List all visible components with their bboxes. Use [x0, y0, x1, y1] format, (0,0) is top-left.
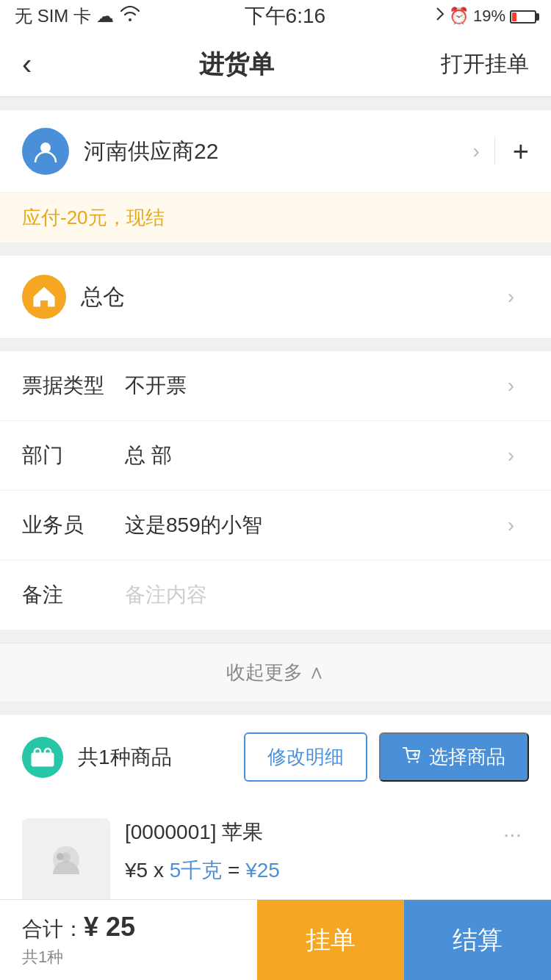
alarm-icon: ⏰ — [449, 7, 469, 26]
bottom-bar: 合计：¥ 25 共1种 挂单 结算 — [0, 899, 551, 980]
supplier-name: 河南供应商22 — [84, 137, 472, 167]
supplier-section: 河南供应商22 › + 应付-20元，现结 — [0, 110, 551, 242]
total-section: 合计：¥ 25 共1种 — [0, 912, 257, 968]
edit-detail-button[interactable]: 修改明细 — [244, 732, 367, 782]
warehouse-name: 总仓 — [81, 282, 508, 312]
department-row[interactable]: 部门 总 部 › — [0, 420, 551, 490]
cart-icon — [403, 746, 423, 768]
status-time: 下午6:16 — [245, 2, 326, 30]
svg-rect-2 — [32, 753, 54, 766]
collapse-row[interactable]: 收起更多 ∧ — [0, 643, 551, 702]
department-label: 部门 — [22, 442, 118, 469]
remark-placeholder[interactable]: 备注内容 — [125, 581, 529, 609]
add-supplier-button[interactable]: + — [494, 137, 529, 165]
form-section: 票据类型 不开票 › 部门 总 部 › 业务员 这是859的小智 › 备注 备注… — [0, 351, 551, 630]
nav-bar: ‹ 进货单 打开挂单 — [0, 32, 551, 97]
svg-point-7 — [62, 852, 71, 862]
product-thumbnail — [22, 818, 110, 907]
product-name: [0000001] 苹果 — [125, 818, 481, 846]
product-more-button[interactable]: ··· — [496, 818, 529, 849]
product-price: ¥5 x 5千克 = ¥25 — [125, 857, 481, 884]
salesperson-label: 业务员 — [22, 511, 118, 539]
warehouse-chevron-icon: › — [508, 285, 514, 309]
open-hang-button[interactable]: 打开挂单 — [441, 49, 529, 79]
svg-point-4 — [417, 761, 419, 763]
location-icon — [430, 7, 444, 26]
select-product-label: 选择商品 — [429, 744, 505, 770]
select-product-button[interactable]: 选择商品 — [379, 732, 529, 782]
total-count: 共1种 — [22, 946, 235, 968]
warehouse-row[interactable]: 总仓 › — [0, 256, 551, 338]
battery-percent: 19% — [473, 7, 505, 26]
total-amount-row: 合计：¥ 25 — [22, 912, 235, 943]
ticket-type-row[interactable]: 票据类型 不开票 › — [0, 351, 551, 420]
product-info: [0000001] 苹果 ¥5 x 5千克 = ¥25 — [125, 818, 481, 884]
department-chevron-icon: › — [508, 444, 514, 467]
status-left: 无 SIM 卡 ☁ — [15, 4, 140, 28]
salesperson-chevron-icon: › — [508, 514, 514, 537]
wifi-icon — [120, 6, 140, 26]
ticket-type-value: 不开票 — [125, 372, 508, 400]
checkout-button[interactable]: 结算 — [404, 900, 551, 981]
remark-row[interactable]: 备注 备注内容 — [0, 560, 551, 630]
ticket-type-chevron-icon: › — [508, 374, 514, 397]
sim-status: 无 SIM 卡 ☁ — [15, 4, 114, 28]
svg-rect-1 — [40, 300, 48, 309]
salesperson-value: 这是859的小智 — [125, 511, 508, 539]
total-amount: ¥ 25 — [84, 912, 135, 942]
back-button[interactable]: ‹ — [22, 48, 32, 81]
total-label: 合计： — [22, 918, 84, 940]
supplier-chevron-icon: › — [472, 140, 479, 163]
salesperson-row[interactable]: 业务员 这是859的小智 › — [0, 490, 551, 560]
product-header: 共1种商品 修改明细 选择商品 — [0, 715, 551, 799]
product-count-icon — [22, 737, 63, 778]
notice-banner: 应付-20元，现结 — [0, 193, 551, 242]
ticket-type-label: 票据类型 — [22, 372, 118, 400]
warehouse-icon — [22, 275, 66, 319]
svg-point-3 — [408, 761, 411, 763]
warehouse-section: 总仓 › — [0, 256, 551, 338]
battery-icon — [510, 7, 536, 26]
supplier-avatar — [22, 128, 69, 175]
remark-label: 备注 — [22, 581, 118, 609]
product-count-text: 共1种商品 — [78, 743, 244, 771]
status-right: ⏰ 19% — [430, 7, 536, 26]
hang-button[interactable]: 挂单 — [257, 900, 404, 981]
department-value: 总 部 — [125, 442, 508, 469]
product-section: 共1种商品 修改明细 选择商品 — [0, 715, 551, 924]
supplier-row[interactable]: 河南供应商22 › + — [0, 110, 551, 193]
status-bar: 无 SIM 卡 ☁ 下午6:16 ⏰ 19% — [0, 0, 551, 32]
page-title: 进货单 — [199, 48, 274, 82]
